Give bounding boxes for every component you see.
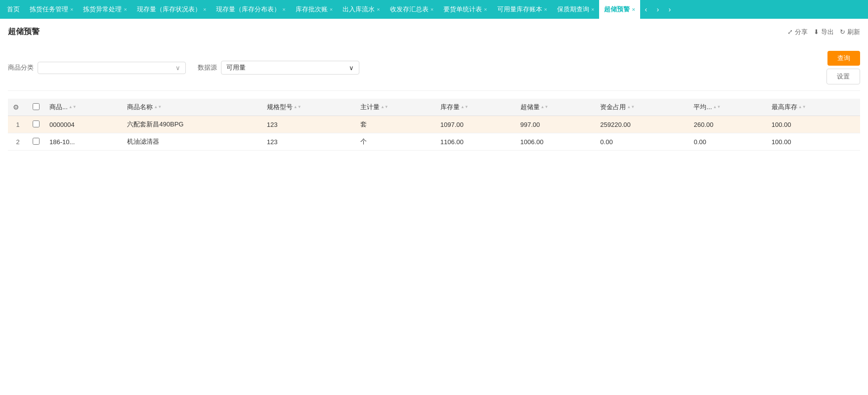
page-header: 超储预警 ⤢ 分享 ⬇ 导出 ↻ 刷新	[8, 27, 860, 37]
nav-tab-task-close[interactable]: ×	[70, 6, 73, 12]
col-product-name-label: 商品名称	[127, 103, 153, 112]
nav-tab-task[interactable]: 拣货任务管理 ×	[25, 0, 78, 19]
refresh-button[interactable]: ↻ 刷新	[840, 28, 860, 37]
export-label: 导出	[821, 28, 834, 37]
col-max-stock-header[interactable]: 最高库存 ▲▼	[767, 99, 860, 116]
row-capital: 0.00	[595, 133, 689, 151]
sort-overstock[interactable]: 超储量 ▲▼	[521, 103, 549, 112]
row-num: 1	[8, 116, 28, 133]
nav-tab-overstock-close[interactable]: ×	[632, 6, 635, 12]
nav-tab-home-label: 首页	[7, 5, 20, 14]
row-max-stock: 100.00	[767, 133, 860, 151]
nav-tab-summary-label: 收发存汇总表	[390, 5, 429, 14]
row-stock: 1097.00	[435, 116, 516, 133]
row-product-code: 186-10...	[44, 133, 122, 151]
sort-avg[interactable]: 平均... ▲▼	[694, 103, 721, 112]
col-spec-header[interactable]: 规格型号 ▲▼	[262, 99, 355, 116]
filter-row: 商品分类 ∨ 数据源 可用量 ∨ 查询 设置	[8, 45, 860, 91]
sort-unit[interactable]: 主计量 ▲▼	[360, 103, 389, 112]
share-button[interactable]: ⤢ 分享	[787, 28, 808, 37]
settings-button[interactable]: 设置	[826, 69, 860, 84]
nav-next-arrow[interactable]: ›	[652, 0, 664, 19]
query-button[interactable]: 查询	[827, 51, 860, 66]
nav-tab-quality-close[interactable]: ×	[591, 6, 594, 12]
nav-prev-arrow[interactable]: ‹	[640, 0, 652, 19]
nav-more-arrow[interactable]: ›	[664, 0, 676, 19]
nav-tab-stock-dist[interactable]: 现存量（库存分布表） ×	[211, 0, 290, 19]
row-stock: 1106.00	[435, 133, 516, 151]
sort-product-code[interactable]: 商品... ▲▼	[49, 103, 77, 112]
export-button[interactable]: ⬇ 导出	[814, 28, 834, 37]
sort-stock[interactable]: 库存量 ▲▼	[440, 103, 469, 112]
datasource-arrow-icon: ∨	[349, 64, 354, 72]
nav-tab-demand[interactable]: 要货单统计表 ×	[438, 0, 492, 19]
nav-tab-batch-label: 库存批次账	[296, 5, 328, 14]
sort-arrows-avg: ▲▼	[713, 105, 721, 109]
nav-tab-flow-close[interactable]: ×	[377, 6, 380, 12]
datasource-select[interactable]: 可用量 ∨	[221, 61, 359, 75]
nav-tab-stock-status-close[interactable]: ×	[203, 6, 206, 12]
col-overstock-header[interactable]: 超储量 ▲▼	[516, 99, 596, 116]
nav-tab-quality[interactable]: 保质期查询 ×	[552, 0, 599, 19]
share-icon: ⤢	[787, 28, 793, 36]
sort-arrows-spec: ▲▼	[294, 105, 302, 109]
row-checkbox[interactable]	[33, 120, 40, 127]
col-capital-label: 资金占用	[600, 103, 626, 112]
col-capital-header[interactable]: 资金占用 ▲▼	[595, 99, 689, 116]
nav-tab-batch[interactable]: 库存批次账 ×	[291, 0, 338, 19]
nav-tab-flow[interactable]: 出入库流水 ×	[338, 0, 385, 19]
nav-tab-stock-dist-label: 现存量（库存分布表）	[216, 5, 280, 14]
nav-tab-summary[interactable]: 收发存汇总表 ×	[385, 0, 438, 19]
refresh-label: 刷新	[847, 28, 860, 37]
row-product-name: 机油滤清器	[122, 133, 261, 151]
col-settings: ⚙	[8, 99, 28, 116]
row-capital: 259220.00	[595, 116, 689, 133]
row-checkbox[interactable]	[33, 138, 40, 145]
col-spec-label: 规格型号	[267, 103, 293, 112]
sort-arrows-overstock: ▲▼	[541, 105, 549, 109]
nav-tab-available-close[interactable]: ×	[544, 6, 547, 12]
datasource-label: 数据源	[198, 63, 217, 72]
row-avg: 260.00	[689, 116, 766, 133]
nav-tab-stock-dist-close[interactable]: ×	[282, 6, 285, 12]
col-product-code-header[interactable]: 商品... ▲▼	[44, 99, 122, 116]
sort-spec[interactable]: 规格型号 ▲▼	[267, 103, 302, 112]
category-select[interactable]: ∨	[38, 62, 186, 74]
sort-capital[interactable]: 资金占用 ▲▼	[600, 103, 635, 112]
col-overstock-label: 超储量	[521, 103, 540, 112]
col-product-name-header[interactable]: 商品名称 ▲▼	[122, 99, 261, 116]
sort-arrows-product-code: ▲▼	[69, 105, 77, 109]
refresh-icon: ↻	[840, 28, 845, 36]
nav-tab-overstock[interactable]: 超储预警 ×	[599, 0, 640, 19]
gear-icon[interactable]: ⚙	[13, 103, 19, 111]
sort-arrows-capital: ▲▼	[627, 105, 635, 109]
row-max-stock: 100.00	[767, 116, 860, 133]
col-stock-header[interactable]: 库存量 ▲▼	[435, 99, 516, 116]
col-stock-label: 库存量	[440, 103, 460, 112]
nav-tab-batch-close[interactable]: ×	[330, 6, 333, 12]
col-unit-header[interactable]: 主计量 ▲▼	[355, 99, 435, 116]
table-header-row: ⚙ 商品... ▲▼ 商品名称 ▲▼	[8, 99, 860, 116]
nav-tab-stock-status[interactable]: 现存量（库存状况表） ×	[132, 0, 211, 19]
sort-product-name[interactable]: 商品名称 ▲▼	[127, 103, 162, 112]
nav-tab-flow-label: 出入库流水	[343, 5, 375, 14]
nav-tab-demand-close[interactable]: ×	[484, 6, 487, 12]
row-overstock: 1006.00	[516, 133, 596, 151]
col-avg-header[interactable]: 平均... ▲▼	[689, 99, 766, 116]
sort-max-stock[interactable]: 最高库存 ▲▼	[772, 103, 806, 112]
sort-arrows-stock: ▲▼	[461, 105, 469, 109]
share-label: 分享	[795, 28, 808, 37]
nav-tab-exception[interactable]: 拣货异常处理 ×	[78, 0, 131, 19]
nav-tab-exception-label: 拣货异常处理	[83, 5, 122, 14]
data-table: ⚙ 商品... ▲▼ 商品名称 ▲▼	[8, 99, 860, 151]
nav-tab-summary-close[interactable]: ×	[431, 6, 434, 12]
category-arrow-icon: ∨	[175, 64, 180, 72]
page-actions: ⤢ 分享 ⬇ 导出 ↻ 刷新	[787, 28, 860, 37]
nav-tab-available[interactable]: 可用量库存账本 ×	[492, 0, 552, 19]
sort-arrows-unit: ▲▼	[381, 105, 389, 109]
table-row: 2 186-10... 机油滤清器 123 个 1106.00 1006.00 …	[8, 133, 860, 151]
row-spec: 123	[262, 116, 355, 133]
nav-tab-home[interactable]: 首页	[2, 0, 25, 19]
nav-tab-exception-close[interactable]: ×	[124, 6, 127, 12]
select-all-checkbox[interactable]	[33, 103, 40, 110]
